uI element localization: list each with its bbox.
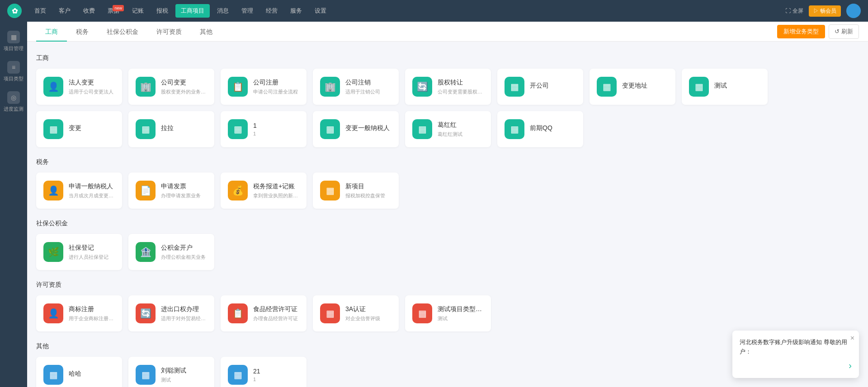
sidebar-item-progress-monitor[interactable]: ◎ 进度监测 bbox=[2, 88, 25, 116]
card-apply-invoice[interactable]: 📄 申请发票 办理申请发票业务 bbox=[128, 173, 214, 209]
card-icon: ▦ bbox=[320, 303, 340, 323]
card-icon: ▦ bbox=[320, 181, 340, 200]
tab-license[interactable]: 许可资质 bbox=[147, 22, 191, 42]
card-apply-general-taxpayer[interactable]: 👤 申请一般纳税人 当月或次月成变更完成 bbox=[36, 173, 122, 209]
card-icon: 👤 bbox=[43, 77, 63, 97]
card-legal-person-change[interactable]: 👤 法人变更 适用于公司变更法人 bbox=[36, 69, 122, 105]
nav-item-home[interactable]: 首页 bbox=[29, 4, 52, 18]
card-21[interactable]: ▦ 21 1 bbox=[221, 357, 307, 387]
card-desc: 适用于公司变更法人 bbox=[69, 89, 115, 95]
card-food-license[interactable]: 📋 食品经营许可证 办理食品经营许可证 bbox=[221, 295, 307, 331]
new-type-button[interactable]: 新增业务类型 bbox=[777, 25, 825, 38]
license-cards: 👤 商标注册 用于企业商标注册服务 🔄 进出口权办理 适用于对外贸易经营者 📋 … bbox=[36, 295, 859, 331]
card-new-project[interactable]: ▦ 新项目 报税加税控盘保管 bbox=[313, 173, 399, 209]
nav-item-tax[interactable]: 报税 bbox=[151, 4, 174, 18]
nav-item-operation[interactable]: 经营 bbox=[260, 4, 283, 18]
nav-item-management[interactable]: 管理 bbox=[236, 4, 259, 18]
fullscreen-btn[interactable]: ⛶ 全屏 bbox=[785, 7, 803, 15]
card-icon: 💰 bbox=[228, 181, 248, 200]
card-1[interactable]: ▦ 1 1 bbox=[221, 111, 307, 147]
refresh-button[interactable]: ↺ 刷新 bbox=[829, 24, 859, 39]
card-desc: 当月或次月成变更完成 bbox=[69, 192, 115, 199]
card-change-taxpayer[interactable]: ▦ 变更一般纳税人 bbox=[313, 111, 399, 147]
tab-industry[interactable]: 工商 bbox=[36, 22, 67, 42]
card-company-register[interactable]: 📋 公司注册 申请公司注册全流程 bbox=[221, 69, 307, 105]
card-import-export[interactable]: 🔄 进出口权办理 适用于对外贸易经营者 bbox=[128, 295, 214, 331]
card-desc: 进行人员社保登记 bbox=[69, 254, 115, 261]
card-company-cancel[interactable]: 🏢 公司注销 适用于注销公司 bbox=[313, 69, 399, 105]
card-icon: ▦ bbox=[43, 119, 63, 139]
card-social-register[interactable]: 🌿 社保登记 进行人员社保登记 bbox=[36, 234, 122, 270]
card-name: 公司变更 bbox=[161, 79, 207, 87]
card-3a-certification[interactable]: ▦ 3A认证 对企业信誉评级 bbox=[313, 295, 399, 331]
tab-bar: 工商 税务 社保公积金 许可资质 其他 新增业务类型 ↺ 刷新 bbox=[27, 22, 868, 42]
card-desc: 适用于注销公司 bbox=[345, 89, 392, 95]
new-badge: new bbox=[113, 5, 124, 11]
card-name: 股权转让 bbox=[438, 79, 484, 87]
nav-item-customer[interactable]: 客户 bbox=[53, 4, 76, 18]
tab-tax[interactable]: 税务 bbox=[67, 22, 98, 42]
notification-close[interactable]: × bbox=[850, 334, 854, 342]
card-desc: 测试 bbox=[161, 377, 207, 383]
card-desc: 用于企业商标注册服务 bbox=[69, 315, 115, 322]
nav-item-service[interactable]: 服务 bbox=[285, 4, 307, 18]
tab-social[interactable]: 社保公积金 bbox=[98, 22, 147, 42]
nav-item-message[interactable]: 消息 bbox=[212, 4, 234, 18]
nav-item-accounting[interactable]: 记账 bbox=[127, 4, 149, 18]
industry-cards: 👤 法人变更 适用于公司变更法人 🏢 公司变更 股权变更外的业务变更 📋 公司注… bbox=[36, 69, 859, 147]
card-open-company[interactable]: ▦ 开公司 bbox=[497, 69, 583, 105]
card-lala[interactable]: ▦ 拉拉 bbox=[128, 111, 214, 147]
card-change[interactable]: ▦ 变更 bbox=[36, 111, 122, 147]
card-icon: 📄 bbox=[136, 181, 156, 200]
card-trademark[interactable]: 👤 商标注册 用于企业商标注册服务 bbox=[36, 295, 122, 331]
card-tax-report[interactable]: 💰 税务报道+记账 拿到营业执照的新公司 bbox=[221, 173, 307, 209]
card-icon: ▦ bbox=[412, 303, 432, 323]
card-equity-transfer[interactable]: 🔄 股权转让 公司变更需要股权转让 bbox=[405, 69, 491, 105]
nav-item-fee[interactable]: 收费 bbox=[78, 4, 100, 18]
card-icon: 🏢 bbox=[320, 77, 340, 97]
card-icon: ▦ bbox=[136, 365, 156, 385]
card-desc: 对企业信誉评级 bbox=[345, 315, 392, 322]
card-desc: 1 bbox=[253, 377, 299, 382]
nav-item-ticket[interactable]: 票据 new bbox=[102, 4, 125, 18]
card-change-address[interactable]: ▦ 变更地址 bbox=[590, 69, 675, 105]
section-title-industry: 工商 bbox=[36, 54, 859, 62]
notification-popup: × 河北税务数字账户升级影响通知 尊敬的用户： › bbox=[732, 331, 859, 378]
card-name: 开公司 bbox=[530, 82, 576, 90]
card-test[interactable]: ▦ 测试 bbox=[682, 69, 768, 105]
card-name: 变更一般纳税人 bbox=[345, 124, 392, 132]
nav-logo[interactable]: ✿ bbox=[7, 4, 22, 18]
card-ge-honghong[interactable]: ▦ 葛红红 葛红红测试 bbox=[405, 111, 491, 147]
card-icon: ▦ bbox=[412, 119, 432, 139]
sidebar-item-project-management[interactable]: ▦ 项目管理 bbox=[2, 27, 25, 56]
card-icon: ▦ bbox=[43, 365, 63, 385]
card-early-qq[interactable]: ▦ 前期QQ bbox=[497, 111, 583, 147]
card-icon: 🌿 bbox=[43, 242, 63, 262]
project-type-icon: ≡ bbox=[7, 61, 20, 74]
member-btn[interactable]: ▷ 畅会员 bbox=[809, 5, 841, 17]
card-desc: 办理食品经营许可证 bbox=[253, 315, 299, 322]
card-icon: 👤 bbox=[43, 303, 63, 323]
card-haha[interactable]: ▦ 哈哈 bbox=[36, 357, 122, 387]
card-name: 税务报道+记账 bbox=[253, 182, 299, 191]
tab-other[interactable]: 其他 bbox=[191, 22, 222, 42]
nav-item-industry[interactable]: 工商项目 bbox=[175, 4, 210, 18]
card-liucong-test[interactable]: ▦ 刘聪测试 测试 bbox=[128, 357, 214, 387]
card-icon: 🏦 bbox=[136, 242, 156, 262]
card-test-type[interactable]: ▦ 测试项目类型自定义 测试 bbox=[405, 295, 491, 331]
card-icon: ▦ bbox=[320, 119, 340, 139]
card-desc: 公司变更需要股权转让 bbox=[438, 89, 484, 95]
card-name: 申请一般纳税人 bbox=[69, 182, 115, 191]
card-name: 商标注册 bbox=[69, 305, 115, 313]
card-fund-account[interactable]: 🏦 公积金开户 办理公积金相关业务 bbox=[128, 234, 214, 270]
card-name: 哈哈 bbox=[69, 370, 115, 378]
card-name: 葛红红 bbox=[438, 121, 484, 129]
card-company-change[interactable]: 🏢 公司变更 股权变更外的业务变更 bbox=[128, 69, 214, 105]
social-cards: 🌿 社保登记 进行人员社保登记 🏦 公积金开户 办理公积金相关业务 bbox=[36, 234, 859, 270]
card-icon: ▦ bbox=[136, 119, 156, 139]
notification-arrow: › bbox=[740, 360, 852, 371]
card-icon: ▦ bbox=[597, 77, 617, 97]
avatar[interactable] bbox=[846, 4, 861, 18]
nav-item-settings[interactable]: 设置 bbox=[309, 4, 332, 18]
sidebar-item-project-type[interactable]: ≡ 项目类型 bbox=[2, 57, 25, 86]
